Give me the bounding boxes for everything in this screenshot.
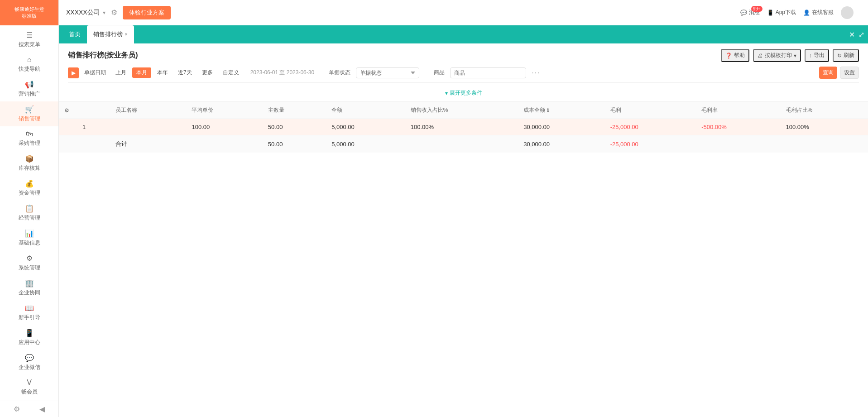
tab-close-icon[interactable]: × [125, 31, 128, 38]
query-action-group: 查询 设置 [819, 67, 859, 79]
total-empty3 [405, 135, 518, 153]
row-name [110, 119, 186, 135]
total-amount: 5,000.00 [326, 135, 405, 153]
message-badge: 99+ [751, 6, 762, 12]
sidebar-menu: ☰搜索菜单⌂快捷导航📢营销推广🛒销售管理🛍采购管理📦库存核算💰资金管理📋经营管理… [0, 25, 58, 401]
sidebar-icon-sales: 🛒 [25, 105, 34, 114]
date-btn-last-month[interactable]: 上月 [111, 67, 130, 78]
total-settings-col [59, 135, 77, 153]
sidebar-item-system[interactable]: ⚙系统管理 [0, 250, 58, 275]
app-download-group[interactable]: 📱 App下载 [767, 9, 796, 16]
sidebar-icon-search-order: ☰ [26, 31, 33, 39]
help-button[interactable]: ❓ 帮助 [721, 49, 749, 62]
online-service-group[interactable]: 👤 在线客服 [803, 9, 834, 16]
settings-icon[interactable]: ⚙ [111, 8, 117, 17]
refresh-button[interactable]: ↻ 刷新 [833, 49, 859, 62]
tab-home[interactable]: 首页 [62, 25, 87, 43]
col-settings[interactable]: ⚙ [59, 102, 77, 119]
content-area: 销售排行榜(按业务员) ❓ 帮助 🖨 按模板打印 ▾ ↑ 导出 ↻ 刷新 [59, 43, 868, 417]
sidebar-item-enterprise[interactable]: 🏢企业协同 [0, 275, 58, 300]
col-rank [77, 102, 110, 119]
sidebar-icon-app-center: 📱 [25, 329, 34, 337]
trial-button[interactable]: 体验行业方案 [123, 6, 171, 19]
date-btn-7days[interactable]: 近7天 [174, 67, 196, 78]
more-goods-icon[interactable]: ··· [532, 69, 540, 77]
row-sales-pct: 100.00% [405, 119, 518, 135]
settings-footer-icon[interactable]: ⚙ [14, 405, 20, 413]
sidebar-label-basic-info: 基础信息 [19, 239, 40, 247]
tab-maximize-icon[interactable]: ⤢ [858, 30, 864, 39]
topbar: XXXXX公司 ▾ ⚙ 体验行业方案 💬 消息 99+ 📱 App下载 👤 在线… [59, 0, 868, 25]
status-select[interactable]: 单据状态 [356, 67, 419, 78]
sidebar-label-inventory: 库存核算 [19, 164, 40, 172]
col-avg-price: 平均单价 [186, 102, 262, 119]
date-btn-more[interactable]: 更多 [198, 67, 217, 78]
goods-input[interactable] [450, 67, 526, 78]
col-gross-pct: 毛利占比% [781, 102, 868, 119]
sidebar-item-newbie[interactable]: 📖新手引导 [0, 300, 58, 325]
sidebar-label-operation: 经营管理 [19, 214, 40, 222]
sidebar-item-basic-info[interactable]: 📊基础信息 [0, 225, 58, 250]
app-logo: 畅康通好生意 标准版 [0, 0, 58, 25]
help-icon: ❓ [725, 53, 732, 59]
query-button[interactable]: 查询 [819, 67, 837, 79]
sidebar-label-app-center: 应用中心 [19, 339, 40, 346]
sidebar-item-quick-nav[interactable]: ⌂快捷导航 [0, 52, 58, 77]
download-icon: 📱 [767, 10, 774, 16]
expand-more-btn[interactable]: ▾ 展开更多条件 [445, 86, 482, 97]
row-rank: 1 [77, 119, 110, 135]
export-button[interactable]: ↑ 导出 [805, 49, 829, 62]
sidebar-icon-wechat: 💬 [25, 354, 34, 362]
print-button[interactable]: 🖨 按模板打印 ▾ [753, 49, 801, 62]
print-icon: 🖨 [758, 53, 763, 59]
date-btn-this-month[interactable]: 本月 [132, 67, 151, 78]
table-row: 1 100.00 50.00 5,000.00 100.00% 30,000.0… [59, 119, 868, 135]
sidebar-item-search-order[interactable]: ☰搜索菜单 [0, 27, 58, 52]
more-conditions-divider: ▾ 展开更多条件 [68, 82, 859, 97]
settings-button[interactable]: 设置 [840, 67, 859, 79]
sidebar-item-member[interactable]: V畅会员 [0, 375, 58, 399]
refresh-icon: ↻ [837, 53, 842, 59]
page-actions: ❓ 帮助 🖨 按模板打印 ▾ ↑ 导出 ↻ 刷新 [721, 49, 859, 62]
sidebar-item-finance[interactable]: 💰资金管理 [0, 176, 58, 201]
sidebar-item-operation[interactable]: 📋经营管理 [0, 201, 58, 225]
page-title: 销售排行榜(按业务员) [68, 51, 138, 60]
sidebar-label-system: 系统管理 [19, 264, 40, 272]
tab-close-window-icon[interactable]: ✕ [849, 30, 855, 39]
status-label: 单据状态 [329, 69, 350, 77]
date-btn-custom[interactable]: 自定义 [219, 67, 243, 78]
company-selector[interactable]: XXXXX公司 ▾ [66, 9, 106, 17]
date-buttons: 上月 本月 本年 近7天 更多 自定义 [111, 67, 243, 78]
sidebar-label-member: 畅会员 [21, 388, 38, 396]
collapse-icon[interactable]: ◀ [39, 405, 45, 413]
filter-collapse-btn[interactable]: ▶ [68, 67, 79, 78]
tab-nav: 首页 销售排行榜 × ✕ ⤢ [59, 25, 868, 43]
filter-row: ▶ 单据日期 上月 本月 本年 近7天 更多 自定义 2023-06-01 至 … [68, 67, 859, 79]
tab-sales-ranking[interactable]: 销售排行榜 × [87, 25, 134, 43]
row-avg-price: 100.00 [186, 119, 262, 135]
total-empty2 [186, 135, 262, 153]
sidebar-icon-marketing: 📢 [25, 80, 34, 89]
sidebar-label-sales: 销售管理 [19, 115, 40, 123]
col-cost: 成本全额 ℹ [518, 102, 604, 119]
col-name: 员工名称 [110, 102, 186, 119]
total-label: 合计 [110, 135, 186, 153]
total-empty5 [781, 135, 868, 153]
message-group[interactable]: 💬 消息 99+ [740, 9, 760, 16]
sidebar-item-inventory[interactable]: 📦库存核算 [0, 151, 58, 176]
total-empty4 [696, 135, 780, 153]
avatar[interactable] [841, 6, 854, 19]
sidebar-icon-enterprise: 🏢 [25, 279, 34, 288]
sidebar-item-purchase[interactable]: 🛍采购管理 [0, 126, 58, 151]
sidebar-item-wechat[interactable]: 💬企业微信 [0, 350, 58, 375]
row-cost: 30,000.00 [518, 119, 604, 135]
sidebar-item-app-center[interactable]: 📱应用中心 [0, 325, 58, 350]
date-range: 2023-06-01 至 2023-06-30 [250, 69, 314, 77]
sidebar-icon-newbie: 📖 [25, 304, 34, 312]
sidebar-item-sales[interactable]: 🛒销售管理 [0, 101, 58, 126]
sidebar-item-marketing[interactable]: 📢营销推广 [0, 77, 58, 101]
table-body: 1 100.00 50.00 5,000.00 100.00% 30,000.0… [59, 119, 868, 135]
date-btn-this-year[interactable]: 本年 [153, 67, 172, 78]
col-sales-pct: 销售收入占比% [405, 102, 518, 119]
topbar-right: 💬 消息 99+ 📱 App下载 👤 在线客服 [740, 6, 861, 19]
